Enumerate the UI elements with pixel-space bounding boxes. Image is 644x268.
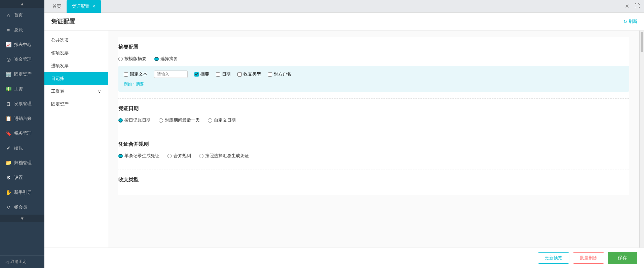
abstract-label: 摘要: [200, 71, 209, 77]
template-summary-option[interactable]: 按模版摘要: [118, 56, 146, 62]
tab-home-label: 首页: [52, 3, 61, 9]
by-selection-option[interactable]: 按照选择汇总生成凭证: [199, 153, 249, 159]
sidebar-item-assets[interactable]: 🏢 固定资产: [0, 67, 44, 82]
income-type-checkbox[interactable]: [237, 72, 242, 77]
income-type-label: 收支类型: [243, 71, 261, 77]
sidebar-item-tax[interactable]: 🔖 税务管理: [0, 126, 44, 141]
sidebar-item-settings[interactable]: ⚙ 设置: [0, 170, 44, 185]
left-nav: 公共选项 销项发票 进项发票 日记账 工资表 ∨ 固定资产: [44, 31, 108, 248]
sidebar-item-member[interactable]: V 畅会员: [0, 200, 44, 215]
window-close-icon[interactable]: ✕: [623, 2, 631, 10]
sidebar-item-label: 进销台账: [14, 116, 32, 122]
settle-icon: ✔: [5, 145, 11, 151]
tab-home[interactable]: 首页: [47, 0, 67, 13]
merge-rules-radio[interactable]: [167, 154, 172, 158]
select-summary-option[interactable]: 选择摘要: [154, 56, 178, 62]
date-label: 日期: [222, 71, 231, 77]
batch-delete-button[interactable]: 批量删除: [573, 252, 604, 264]
left-nav-sales-invoice[interactable]: 销项发票: [44, 47, 108, 59]
fixed-text-checkbox-item[interactable]: 固定文本: [124, 71, 147, 77]
single-record-radio[interactable]: [118, 154, 123, 158]
scrollbar-area: [639, 31, 644, 248]
select-summary-radio[interactable]: [154, 57, 159, 61]
tab-voucher-config[interactable]: 凭证配置 ✕: [67, 0, 101, 13]
sidebar-item-invoice[interactable]: 🗒 发票管理: [0, 96, 44, 111]
sidebar-item-settle[interactable]: ✔ 结账: [0, 141, 44, 155]
left-nav-purchase-invoice[interactable]: 进项发票: [44, 59, 108, 72]
sidebar-item-guide[interactable]: ✋ 新手引导: [0, 185, 44, 200]
tab-bar-actions: ✕ ⛶: [623, 2, 641, 10]
right-content: 摘要配置 按模版摘要 选择摘要 固定文本: [108, 31, 639, 248]
tab-bar: 首页 凭证配置 ✕ ✕ ⛶: [44, 0, 644, 13]
member-icon: V: [5, 205, 11, 210]
sidebar-item-funds[interactable]: ◎ 资金管理: [0, 52, 44, 67]
scrollbar-thumb[interactable]: [641, 32, 643, 52]
sidebar-item-label: 税务管理: [14, 130, 32, 136]
window-expand-icon[interactable]: ⛶: [633, 2, 641, 10]
sidebar-item-label: 结账: [14, 145, 23, 151]
date-checkbox-item[interactable]: 日期: [216, 71, 231, 77]
save-button[interactable]: 保存: [608, 252, 637, 264]
example-text: 例如：摘要: [124, 81, 624, 87]
fixed-text-label: 固定文本: [130, 71, 147, 77]
merge-rules-label: 合并规则: [174, 153, 191, 159]
sidebar-scroll-up[interactable]: ▲: [0, 0, 44, 8]
left-nav-public[interactable]: 公共选项: [44, 34, 108, 47]
sidebar-item-archive[interactable]: 📁 归档管理: [0, 155, 44, 170]
sidebar-bottom-label: 取消固定: [10, 259, 27, 265]
update-preview-button[interactable]: 更新预览: [538, 252, 569, 264]
sidebar-scroll-down[interactable]: ▼: [0, 215, 44, 222]
income-type-checkbox-item[interactable]: 收支类型: [237, 71, 261, 77]
sidebar-item-label: 固定资产: [14, 71, 32, 77]
fixed-text-checkbox[interactable]: [124, 72, 128, 77]
sidebar-item-salary[interactable]: 💵 工资: [0, 82, 44, 96]
guide-icon: ✋: [5, 189, 11, 195]
merge-rules-option[interactable]: 合并规则: [167, 153, 191, 159]
custom-date-radio[interactable]: [208, 118, 212, 123]
ledger-icon: ≡: [5, 27, 11, 33]
sidebar-item-reports[interactable]: 📈 报表中心: [0, 37, 44, 52]
counterpart-name-checkbox[interactable]: [268, 72, 272, 77]
custom-date-label: 自定义日期: [214, 117, 236, 123]
left-nav-journal[interactable]: 日记账: [44, 72, 108, 85]
left-nav-fixed-assets[interactable]: 固定资产: [44, 98, 108, 110]
assets-icon: 🏢: [5, 71, 11, 77]
page-title: 凭证配置: [51, 17, 75, 26]
invoice-icon: 🗒: [5, 101, 11, 107]
funds-icon: ◎: [5, 56, 11, 62]
tab-close-icon[interactable]: ✕: [92, 4, 96, 9]
abstract-checkbox-item[interactable]: 摘要: [194, 71, 209, 77]
by-journal-date-option[interactable]: 按日记账日期: [118, 117, 151, 123]
refresh-button[interactable]: ↻ 刷新: [623, 18, 637, 25]
sidebar-item-ledger[interactable]: ≡ 总账: [0, 23, 44, 37]
custom-date-option[interactable]: 自定义日期: [208, 117, 236, 123]
summary-checkboxes: 固定文本 摘要 日期 收支类型: [124, 71, 624, 78]
summary-radio-group: 按模版摘要 选择摘要: [118, 56, 629, 62]
refresh-label: 刷新: [629, 18, 637, 25]
content-layout: 公共选项 销项发票 进项发票 日记账 工资表 ∨ 固定资产 摘要配置: [44, 31, 644, 248]
summary-options-box: 固定文本 摘要 日期 收支类型: [118, 66, 629, 92]
sidebar-unpin-button[interactable]: ◁ 取消固定: [0, 255, 44, 268]
sidebar-item-label: 畅会员: [14, 204, 27, 210]
template-summary-radio[interactable]: [118, 57, 123, 61]
voucher-date-title: 凭证日期: [118, 105, 629, 112]
last-day-option[interactable]: 对应期间最后一天: [159, 117, 200, 123]
by-journal-date-radio[interactable]: [118, 118, 123, 123]
summary-config-section: 摘要配置 按模版摘要 选择摘要 固定文本: [118, 37, 629, 99]
left-nav-payroll[interactable]: 工资表 ∨: [44, 85, 108, 98]
fixed-text-input[interactable]: [154, 71, 188, 78]
sidebar-item-label: 归档管理: [14, 160, 32, 166]
counterpart-name-checkbox-item[interactable]: 对方户名: [268, 71, 291, 77]
by-selection-radio[interactable]: [199, 154, 203, 158]
sidebar-item-home[interactable]: ⌂ 首页: [0, 8, 44, 23]
last-day-radio[interactable]: [159, 118, 163, 123]
income-expense-section: 收支类型: [118, 170, 629, 195]
left-nav-payroll-label: 工资表: [51, 88, 64, 94]
by-journal-date-label: 按日记账日期: [124, 117, 151, 123]
single-record-option[interactable]: 单条记录生成凭证: [118, 153, 159, 159]
sidebar-item-label: 首页: [14, 12, 23, 18]
sidebar-item-label: 报表中心: [14, 42, 32, 48]
sidebar-item-sales[interactable]: 📋 进销台账: [0, 111, 44, 126]
abstract-checkbox[interactable]: [194, 72, 199, 77]
date-checkbox[interactable]: [216, 72, 220, 77]
